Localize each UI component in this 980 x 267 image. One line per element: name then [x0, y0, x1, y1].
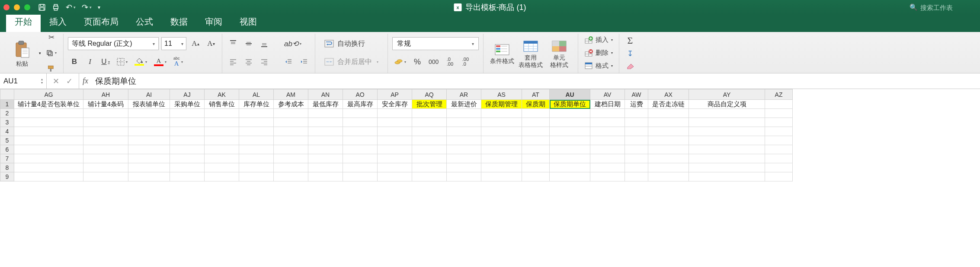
orientation-button[interactable]: ab⟲▾ [282, 37, 304, 50]
align-right-button[interactable] [258, 55, 271, 68]
enter-formula-button[interactable]: ✓ [66, 76, 73, 86]
cell-AL7[interactable] [239, 154, 274, 163]
autosum-button[interactable]: Σ [624, 35, 637, 47]
align-left-button[interactable] [227, 55, 240, 68]
cell-AO9[interactable] [343, 172, 378, 181]
col-header-AW[interactable]: AW [625, 89, 648, 100]
cell-AG8[interactable] [14, 163, 83, 172]
cell-AH3[interactable] [83, 118, 128, 127]
cell-AZ5[interactable] [765, 136, 793, 145]
decrease-decimal-button[interactable]: .00.0 [459, 55, 472, 68]
cell-AV5[interactable] [590, 136, 625, 145]
delete-cells-button[interactable]: 删除▾ [583, 48, 615, 59]
cell-AV3[interactable] [590, 118, 625, 127]
cell-AV8[interactable] [590, 163, 625, 172]
cell-AO1[interactable]: 最高库存 [343, 100, 378, 109]
cell-AX9[interactable] [648, 172, 689, 181]
cell-AL8[interactable] [239, 163, 274, 172]
cell-AP4[interactable] [378, 127, 412, 136]
cell-AI5[interactable] [128, 136, 170, 145]
cell-AO3[interactable] [343, 118, 378, 127]
cell-AM6[interactable] [274, 145, 308, 154]
cell-AI2[interactable] [128, 109, 170, 118]
cell-AY1[interactable]: 商品自定义项 [689, 100, 765, 109]
format-painter-button[interactable] [44, 62, 59, 75]
cell-AG3[interactable] [14, 118, 83, 127]
cell-AJ4[interactable] [170, 127, 205, 136]
cell-AQ3[interactable] [412, 118, 447, 127]
cancel-formula-button[interactable]: ✕ [53, 76, 59, 86]
cell-AG9[interactable] [14, 172, 83, 181]
cell-AN7[interactable] [308, 154, 343, 163]
fill-button[interactable]: ↧ [624, 48, 637, 59]
fx-label[interactable]: fx [79, 76, 92, 86]
cell-AL9[interactable] [239, 172, 274, 181]
cell-AK3[interactable] [205, 118, 239, 127]
cell-AU3[interactable] [550, 118, 590, 127]
cell-AG1[interactable]: 辅计量4是否包装单位 [14, 100, 83, 109]
cell-AQ9[interactable] [412, 172, 447, 181]
cell-AY5[interactable] [689, 136, 765, 145]
cell-AJ1[interactable]: 采购单位 [170, 100, 205, 109]
cell-AQ1[interactable]: 批次管理 [412, 100, 447, 109]
currency-button[interactable]: ▾ [392, 55, 408, 68]
cell-AM8[interactable] [274, 163, 308, 172]
cell-AY2[interactable] [689, 109, 765, 118]
cell-AG4[interactable] [14, 127, 83, 136]
cell-AK9[interactable] [205, 172, 239, 181]
undo-button[interactable]: ↶▾ [66, 3, 76, 12]
cell-AL5[interactable] [239, 136, 274, 145]
cell-AL2[interactable] [239, 109, 274, 118]
col-header-AS[interactable]: AS [481, 89, 522, 100]
cell-AM9[interactable] [274, 172, 308, 181]
insert-cells-button[interactable]: 插入▾ [583, 35, 615, 46]
cell-AX5[interactable] [648, 136, 689, 145]
cell-AW1[interactable]: 运费 [625, 100, 648, 109]
cell-AO8[interactable] [343, 163, 378, 172]
format-cells-button[interactable]: 格式▾ [583, 60, 615, 71]
cell-AS7[interactable] [481, 154, 522, 163]
cell-AW3[interactable] [625, 118, 648, 127]
cell-AU4[interactable] [550, 127, 590, 136]
decrease-indent-button[interactable] [282, 55, 295, 68]
cell-AX8[interactable] [648, 163, 689, 172]
cell-AQ6[interactable] [412, 145, 447, 154]
cell-AV4[interactable] [590, 127, 625, 136]
row-header-5[interactable]: 5 [0, 136, 14, 145]
cell-AV6[interactable] [590, 145, 625, 154]
cell-AU6[interactable] [550, 145, 590, 154]
cell-styles-button[interactable]: 单元 格样式 [545, 38, 573, 68]
row-header-2[interactable]: 2 [0, 109, 14, 118]
cell-AK8[interactable] [205, 163, 239, 172]
search-sheet[interactable]: 🔍 [910, 3, 977, 11]
cell-AW2[interactable] [625, 109, 648, 118]
wrap-text-button[interactable]: 自动换行 [320, 37, 370, 50]
cell-AI4[interactable] [128, 127, 170, 136]
cell-AR1[interactable]: 最新进价 [447, 100, 481, 109]
cell-AZ2[interactable] [765, 109, 793, 118]
cell-AX4[interactable] [648, 127, 689, 136]
cell-AZ3[interactable] [765, 118, 793, 127]
cell-AU7[interactable] [550, 154, 590, 163]
cell-AQ5[interactable] [412, 136, 447, 145]
align-center-button[interactable] [242, 55, 255, 68]
col-header-AT[interactable]: AT [522, 89, 550, 100]
tab-页面布局[interactable]: 页面布局 [75, 13, 127, 32]
col-header-AR[interactable]: AR [447, 89, 481, 100]
fill-color-button[interactable]: ▾ [132, 55, 149, 68]
cell-AL3[interactable] [239, 118, 274, 127]
cell-AY7[interactable] [689, 154, 765, 163]
cell-AQ7[interactable] [412, 154, 447, 163]
print-icon[interactable] [52, 3, 60, 11]
spreadsheet-grid[interactable]: AGAHAIAJAKALAMANAOAPAQARASATAUAVAWAXAYAZ… [0, 89, 980, 181]
cell-AN3[interactable] [308, 118, 343, 127]
cell-AK5[interactable] [205, 136, 239, 145]
cell-AI9[interactable] [128, 172, 170, 181]
col-header-AU[interactable]: AU [550, 89, 590, 100]
tab-审阅[interactable]: 审阅 [196, 13, 231, 32]
cell-AZ6[interactable] [765, 145, 793, 154]
cell-AO4[interactable] [343, 127, 378, 136]
align-middle-button[interactable] [242, 37, 255, 50]
cell-AN5[interactable] [308, 136, 343, 145]
cell-AH2[interactable] [83, 109, 128, 118]
